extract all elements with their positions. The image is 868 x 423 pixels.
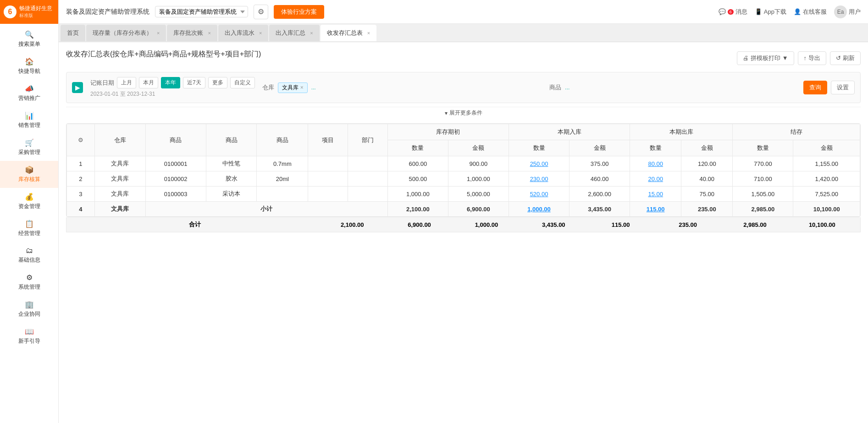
tab-close-5[interactable]: × (367, 30, 370, 36)
sidebar-item-finance[interactable]: 💰资金管理 (0, 188, 58, 215)
avatar: Ea (834, 5, 847, 18)
expand-more-btn[interactable]: ▾ 展开更多条件 (66, 107, 861, 119)
subtotal-opening-qty: 2,100.00 (387, 202, 448, 217)
print-btn[interactable]: 🖨 拼模板打印 ▼ (737, 51, 794, 65)
cell-out-qty: 20.00 (630, 171, 681, 187)
tab-1[interactable]: 现存量（库存分布表）× (86, 25, 166, 41)
sidebar: 6 畅捷通好生意 标准版 🔍搜索菜单🏠快捷导航📣营销推广📊销售管理🛒采购管理📦库… (0, 0, 59, 423)
date-7days[interactable]: 近7天 (183, 77, 205, 88)
col-in-qty: 数量 (509, 140, 569, 156)
date-custom[interactable]: 自定义 (230, 77, 255, 88)
cell-out-qty: 15.00 (630, 187, 681, 202)
export-icon: ↑ (804, 55, 807, 61)
sidebar-icon-finance: 💰 (25, 192, 34, 201)
warehouse-more-btn[interactable]: ... (311, 84, 316, 91)
cell-no: 3 (67, 187, 95, 202)
subtotal-row: 4 文具库 小计 2,100.00 6,900.00 1,000.00 3,43… (67, 202, 860, 217)
tab-close-1[interactable]: × (157, 30, 160, 36)
tab-5[interactable]: 收发存汇总表× (321, 25, 376, 41)
refresh-btn[interactable]: ↺ 刷新 (830, 51, 861, 65)
date-this-year[interactable]: 本年 (161, 77, 180, 88)
export-btn[interactable]: ↑ 导出 (798, 51, 827, 65)
phone-icon: 📱 (755, 8, 762, 15)
tab-2[interactable]: 库存批次账× (167, 25, 217, 41)
gear-icon[interactable]: ⚙ (254, 5, 268, 19)
table-row: 2 文具库 0100002 胶水 20ml 500.00 1,000.00 23… (67, 171, 860, 187)
cell-goods-name: 中性笔 (206, 156, 257, 171)
sidebar-item-basic[interactable]: 🗂基础信息 (0, 242, 58, 269)
settings-filter-btn[interactable]: 设置 (831, 81, 855, 94)
goods-more-btn[interactable]: ... (565, 84, 569, 91)
cell-in-amt: 2,600.00 (569, 187, 630, 202)
cell-out-qty: 80.00 (630, 156, 681, 171)
chevron-down-icon: ▾ (445, 110, 448, 116)
col-out-amt: 金额 (681, 140, 733, 156)
footer-total-label: 合计 (71, 220, 319, 229)
tab-close-2[interactable]: × (208, 30, 210, 36)
footer-opening-amt: 6,900.00 (386, 221, 453, 228)
tab-label-3: 出入库流水 (225, 29, 254, 37)
sidebar-item-marketing[interactable]: 📣营销推广 (0, 80, 58, 107)
tab-4[interactable]: 出入库汇总× (269, 25, 319, 41)
cell-goods-spec (257, 187, 308, 202)
sidebar-item-system[interactable]: ⚙系统管理 (0, 269, 58, 296)
online-service-btn[interactable]: 👤 在线客服 (794, 8, 827, 16)
subtotal-balance-qty: 2,985.00 (733, 202, 793, 217)
main-area: 装备及固定资产辅助管理系统 装备及固定资产辅助管理系统 ⚙ 体验行业方案 💬 6… (59, 0, 868, 423)
date-more[interactable]: 更多 (208, 77, 227, 88)
subtotal-in-amt: 3,435.00 (569, 202, 630, 217)
experience-btn[interactable]: 体验行业方案 (274, 5, 324, 19)
cell-goods-name: 胶水 (206, 171, 257, 187)
warehouse-tag-close[interactable]: × (300, 84, 304, 91)
message-btn[interactable]: 💬 6 消息 (719, 8, 747, 16)
sidebar-icon-inventory: 📦 (25, 165, 34, 174)
sidebar-label-inventory: 库存核算 (18, 176, 40, 183)
filter-toggle-btn[interactable]: ▶ (72, 82, 83, 93)
tab-close-4[interactable]: × (310, 30, 313, 36)
sidebar-label-system: 系统管理 (18, 283, 40, 291)
query-btn[interactable]: 查询 (803, 81, 827, 94)
user-menu[interactable]: Ea 用户 (834, 5, 861, 18)
cell-in-qty: 230.00 (509, 171, 569, 187)
sidebar-item-operation[interactable]: 📋经营管理 (0, 215, 58, 242)
col-department: 部门 (348, 124, 388, 156)
tab-bar: 首页现存量（库存分布表）×库存批次账×出入库流水×出入库汇总×收发存汇总表× (59, 24, 868, 42)
app-download-btn[interactable]: 📱 App下载 (755, 8, 786, 16)
sidebar-item-sales[interactable]: 📊销售管理 (0, 107, 58, 134)
sidebar-item-newbie[interactable]: 📖新手引导 (0, 323, 58, 350)
warehouse-tag: 文具库 × (278, 82, 308, 93)
cell-out-amt: 75.00 (681, 187, 733, 202)
tab-close-3[interactable]: × (259, 30, 262, 36)
cell-balance-amt: 1,155.00 (793, 156, 860, 171)
sidebar-label-basic: 基础信息 (18, 256, 40, 264)
sidebar-item-inventory[interactable]: 📦库存核算 (0, 161, 58, 188)
sidebar-item-quicknav[interactable]: 🏠快捷导航 (0, 53, 58, 80)
col-group-balance: 结存 (733, 124, 860, 140)
warehouse-label: 仓库 (262, 83, 274, 92)
system-selector[interactable]: 装备及固定资产辅助管理系统 (155, 6, 248, 17)
tab-0[interactable]: 首页 (61, 25, 85, 41)
app-title: 畅捷通好生意 (19, 5, 52, 12)
date-this-month[interactable]: 本月 (139, 77, 158, 88)
tab-3[interactable]: 出入库流水× (218, 25, 268, 41)
cell-no: 1 (67, 156, 95, 171)
sidebar-label-sales: 销售管理 (18, 121, 40, 129)
footer-opening-qty: 2,100.00 (319, 221, 386, 228)
table-row: 3 文具库 0100003 采访本 1,000.00 5,000.00 520.… (67, 187, 860, 202)
sidebar-item-purchase[interactable]: 🛒采购管理 (0, 134, 58, 161)
settings-icon[interactable]: ⚙ (78, 137, 83, 143)
sidebar-item-search[interactable]: 🔍搜索菜单 (0, 26, 58, 53)
cell-balance-qty: 1,505.00 (733, 187, 793, 202)
col-settings: ⚙ (67, 124, 95, 156)
date-last-month[interactable]: 上月 (117, 77, 136, 88)
col-out-qty: 数量 (630, 140, 681, 156)
refresh-icon: ↺ (836, 55, 841, 61)
cell-in-amt: 460.00 (569, 171, 630, 187)
cell-warehouse: 文具库 (94, 187, 145, 202)
sidebar-item-collab[interactable]: 🏢企业协同 (0, 296, 58, 323)
cell-in-qty: 520.00 (509, 187, 569, 202)
col-goods-code: 商品 (145, 124, 206, 156)
cell-opening-amt: 5,000.00 (448, 187, 509, 202)
date-range: 2023-01-01 至 2023-12-31 (90, 90, 255, 98)
col-goods-name: 商品 (206, 124, 257, 156)
